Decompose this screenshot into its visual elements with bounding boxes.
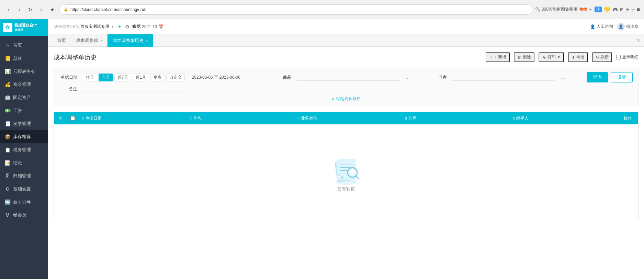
tab-cost-adjust-history[interactable]: 成本调整单历史 × [108,34,153,47]
sidebar-item-settings[interactable]: ⚙ 基础设置 [0,182,48,196]
sidebar-item-archive[interactable]: 🗄 归档管理 [0,169,48,182]
remark-input[interactable] [83,86,186,92]
th-date[interactable]: ⇅ 单据日期 [79,115,187,121]
sidebar-item-inventory[interactable]: 📦 库存核算 [0,130,48,143]
company-name: 江西服宝测试专用 [76,24,109,30]
search-tool[interactable]: 🔍 360智能抠图免费用 [535,7,577,12]
service-button[interactable]: 👤 人工咨询 [590,24,613,30]
sidebar-item-label: 云报表中心 [13,68,35,75]
export-icon: ⬇ [572,55,575,60]
sort-up-icon-2: ⇅ [189,116,192,120]
sidebar-item-guide[interactable]: 🆕 新手引导 [0,196,48,209]
th-date-label: 单据日期 [85,115,102,121]
table-settings-btn[interactable]: ⚙ [54,116,66,121]
sidebar-item-label: 畅会员 [13,212,26,218]
tab-cost-adjust[interactable]: 成本调整单 × [71,34,108,47]
translate-tool[interactable]: 译 [595,7,602,12]
add-company-icon[interactable]: ＋ [117,23,122,30]
product-input[interactable] [297,74,400,81]
delete-button[interactable]: 🗑 删除 [514,52,534,62]
star-button[interactable]: ★ [48,5,56,14]
tab-cost-adjust-history-label: 成本调整单历史 [112,37,144,44]
th-biztype-label: 业务类型 [301,115,317,121]
add-button[interactable]: ＋ + 新增 [486,52,510,62]
tax-icon: 📋 [5,147,10,153]
print-button[interactable]: 🖨 打印 ▼ [539,52,564,62]
forward-button[interactable]: › [15,5,23,14]
sidebar-item-vip[interactable]: V 畅会员 [0,209,48,222]
select-all-checkbox[interactable] [70,116,75,121]
home-button[interactable]: ⌂ [37,5,45,14]
period-label: 账期 [132,24,140,30]
th-handler[interactable]: ⇅ 经手人 [510,115,618,121]
display-toggle[interactable]: 显示明细 [616,54,639,60]
wallet-tool[interactable]: 💛 [604,6,611,13]
filter-settings-button[interactable]: 设置 [611,72,633,82]
print-icon: 🖨 [542,55,546,60]
sidebar-item-salary[interactable]: 💵 工资 [0,104,48,117]
tab-cost-adjust-close[interactable]: × [100,38,102,43]
settings-icon: ⚙ [5,186,10,192]
refresh-icon: ↻ [596,55,599,60]
sidebar-item-funds[interactable]: 💰 资金管理 [0,78,48,91]
theme-tool[interactable]: ☀ [625,7,629,12]
sidebar-item-home[interactable]: ⌂ 首页 [0,39,48,52]
account-period: 账期 2021-10 📅 [132,24,163,30]
undo-tool[interactable]: ↩ [631,7,635,12]
sidebar-item-invoice[interactable]: 🧾 发票管理 [0,117,48,130]
warehouse-more-btn[interactable]: ... [561,74,565,80]
main-content: (勿删勿禁用) 江西服宝测试专用 ▼ ＋ ⚙ 账期 2021-10 📅 👤 人工… [48,19,644,279]
display-toggle-checkbox[interactable] [616,55,621,59]
sidebar-item-label: 工资 [13,108,22,114]
sidebar-item-label: 税务管理 [13,147,31,153]
user-profile[interactable]: 👤 徐泽华 [617,23,639,31]
sidebar-item-label: 新手引导 [13,199,31,205]
sidebar: 会 畅捷通好会计 旗舰版 ⌂ 首页 📒 总账 📊 云报表中心 💰 资金管理 [0,19,48,279]
menu-tool[interactable]: ≡ [637,7,640,13]
table-select-all[interactable] [66,116,79,121]
query-button[interactable]: 查询 [587,72,608,82]
date-btn-more[interactable]: 更多 [150,74,165,81]
product-more-btn[interactable]: ... [405,74,410,80]
date-btn-1month[interactable]: 近1月 [133,74,149,81]
company-settings-icon[interactable]: ⚙ [125,24,129,30]
sidebar-item-label: 资金管理 [13,81,31,88]
game-tool[interactable]: 🎮 [613,7,618,12]
filter-row-1: 单据日期 昨天 今天 近7天 近1月 更多 自定义 2023-06-06 至 2… [59,72,633,82]
grid-tool[interactable]: ⊞ [620,7,623,12]
date-range-display: 2023-06-06 至 2023-06-06 [192,75,240,80]
close-all-tabs-button[interactable]: × [637,37,640,44]
th-biztype[interactable]: ⇅ 业务类型 [294,115,402,121]
date-btn-custom[interactable]: 自定义 [166,74,185,81]
scissors-tool[interactable]: ✂ [589,7,592,12]
sidebar-item-reports[interactable]: 📊 云报表中心 [0,65,48,78]
back-button[interactable]: ‹ [4,5,12,14]
tab-home[interactable]: 首页 [52,34,71,47]
refresh-button[interactable]: ↻ 刷新 [592,52,612,62]
sidebar-item-accounting[interactable]: 📝 结账 [0,156,48,169]
url-bar[interactable]: 🔒 https://cloud.chanjet.com/accounting/u… [59,4,532,15]
sidebar-item-fixed-assets[interactable]: 🏢 固定资产 [0,91,48,104]
sidebar-item-tax[interactable]: 📋 税务管理 [0,143,48,156]
fixed-assets-icon: 🏢 [5,95,10,100]
svg-point-10 [341,176,343,179]
refresh-button[interactable]: ↻ [26,5,34,14]
top-bar-left: (勿删勿禁用) 江西服宝测试专用 ▼ ＋ ⚙ 账期 2021-10 📅 [54,23,163,30]
calendar-icon[interactable]: 📅 [158,24,163,29]
warehouse-input[interactable] [452,74,555,81]
date-btn-yesterday[interactable]: 昨天 [83,74,97,81]
th-number[interactable]: ⇅ 单号... [187,115,294,121]
sidebar-item-ledger[interactable]: 📒 总账 [0,52,48,65]
company-selector[interactable]: (勿删勿禁用) 江西服宝测试专用 ▼ [54,24,114,30]
th-warehouse[interactable]: ⇅ 仓库 [402,115,510,121]
logo-text-block: 畅捷通好会计 旗舰版 [14,23,37,32]
collapse-button[interactable]: ∧ 收起更多条件 [59,96,633,102]
th-warehouse-label: 仓库 [408,115,417,121]
date-btn-today[interactable]: 今天 [99,74,113,81]
lock-icon: 🔒 [64,7,68,12]
export-button[interactable]: ⬇ 导出 [568,52,588,62]
sidebar-item-label: 固定资产 [13,94,31,101]
tab-cost-adjust-history-close[interactable]: × [146,38,148,43]
hot-label: 热搜 [579,7,587,12]
date-btn-7days[interactable]: 近7天 [114,74,131,81]
